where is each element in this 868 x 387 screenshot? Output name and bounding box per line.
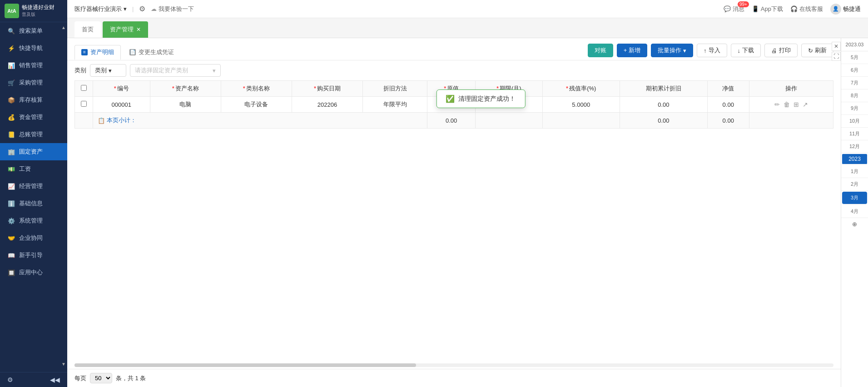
row-checkbox-cell [75, 97, 93, 113]
year-2023[interactable]: 2023 [842, 154, 867, 164]
user-menu[interactable]: 👤 畅捷通 [830, 4, 861, 15]
col-actions: 操作 [749, 81, 833, 97]
category-type-select[interactable]: 类别 ▾ [90, 64, 126, 77]
month-10[interactable]: 10月 [841, 115, 868, 128]
cell-id: 000001 [93, 97, 150, 113]
topbar-settings-icon[interactable]: ⚙ [139, 5, 145, 13]
settings-icon[interactable]: ⚙ [7, 376, 13, 383]
content-wrapper: ≡ 资产明细 📄 变更生成凭证 对账 + 新增 批量操作 ▾ [67, 38, 868, 387]
refresh-button[interactable]: ↻ 刷新 [801, 44, 833, 57]
collapse-icon[interactable]: ◀◀ [50, 376, 60, 383]
month-11[interactable]: 11月 [841, 128, 868, 140]
trial-area[interactable]: ☁ 我要体验一下 [151, 5, 194, 13]
download-button[interactable]: ↓ 下载 [731, 44, 761, 57]
subtab-asset-detail[interactable]: ≡ 资产明细 [74, 45, 121, 60]
funds-icon: 💰 [7, 113, 15, 121]
import-button[interactable]: ↑ 导入 [697, 44, 727, 57]
delete-icon[interactable]: 🗑 [784, 101, 790, 108]
download-btn-icon: ↓ [738, 47, 741, 54]
sidebar-logo: AtA 畅捷通好业财 普及版 [0, 0, 67, 22]
horizontal-scrollbar[interactable] [74, 363, 833, 367]
company-selector[interactable]: 医疗器械行业演示 ▾ [74, 5, 127, 13]
month-12[interactable]: 12月 [841, 140, 868, 153]
month-5[interactable]: 5月 [841, 51, 868, 64]
logo-icon: AtA [5, 4, 19, 18]
sidebar-item-info[interactable]: ℹ️ 基础信息 [0, 195, 67, 212]
tab-close-icon[interactable]: ✕ [136, 26, 141, 33]
month-7[interactable]: 7月 [841, 77, 868, 89]
sidebar: AtA 畅捷通好业财 普及版 ▲ 🔍 搜索菜单 ⚡ 快捷导航 📊 销售管理 🛒 … [0, 0, 67, 387]
panel-close-button[interactable]: ✕ [832, 42, 841, 51]
batch-button[interactable]: 批量操作 ▾ [651, 44, 693, 57]
batch-chevron-icon: ▾ [683, 47, 686, 54]
sidebar-item-business[interactable]: 📈 经营管理 [0, 178, 67, 195]
month-1[interactable]: 1月 [841, 165, 868, 178]
sidebar-item-salary[interactable]: 💵 工资 [0, 160, 67, 178]
new-button[interactable]: + 新增 [617, 44, 647, 57]
per-page-select[interactable]: 50 [90, 373, 112, 383]
toast-message: 清理固定资产成功！ [458, 95, 516, 103]
sidebar-item-search[interactable]: 🔍 搜索菜单 [0, 22, 67, 40]
inventory-icon: 📦 [7, 96, 15, 104]
subtab-change-voucher[interactable]: 📄 变更生成凭证 [123, 45, 181, 59]
toast-check-icon: ✅ [446, 94, 455, 103]
month-3-active[interactable]: 3月 [842, 192, 867, 204]
tab-home[interactable]: 首页 [74, 21, 101, 38]
category-value-select[interactable]: 请选择固定资产类别 ▾ [130, 64, 221, 77]
sidebar-item-inventory[interactable]: 📦 库存核算 [0, 91, 67, 109]
sidebar-item-purchase[interactable]: 🛒 采购管理 [0, 74, 67, 91]
service-icon: 🎧 [790, 5, 798, 12]
col-net-value: 净值 [707, 81, 749, 97]
nav-icon: ⚡ [7, 44, 15, 52]
bottombar: 每页 50 条，共 1 条 [67, 369, 841, 387]
panel-expand-icon[interactable]: ⊕ [851, 220, 859, 228]
tab-assets[interactable]: 资产管理 ✕ [103, 21, 148, 38]
col-initial-accumulated: 期初累计折旧 [620, 81, 707, 97]
scroll-thumb[interactable] [74, 363, 416, 367]
edit-icon[interactable]: ✏ [774, 101, 780, 108]
sidebar-item-funds[interactable]: 💰 资金管理 [0, 109, 67, 126]
sidebar-scroll-up[interactable]: ▲ [60, 25, 67, 30]
chevron-down-icon: ▾ [124, 5, 127, 12]
month-9[interactable]: 9月 [841, 102, 868, 115]
print-button[interactable]: 🖨 打印 [764, 44, 798, 57]
guide-icon: 📖 [7, 251, 15, 259]
select-all-checkbox[interactable] [81, 85, 87, 91]
month-4[interactable]: 4月 [841, 205, 868, 218]
subtab-bar: ≡ 资产明细 📄 变更生成凭证 对账 + 新增 批量操作 ▾ [67, 38, 841, 60]
month-2[interactable]: 2月 [841, 178, 868, 191]
sidebar-item-ledger[interactable]: 📒 总账管理 [0, 126, 67, 143]
panel-fullscreen-button[interactable]: ⛶ [832, 52, 841, 61]
right-panel-header: 2023.03 [841, 38, 868, 51]
topbar-right: 💬 消息 99+ 📱 App下载 🎧 在线客服 👤 畅捷通 [724, 4, 861, 15]
system-icon: ⚙️ [7, 217, 15, 225]
sidebar-item-collab[interactable]: 🤝 企业协同 [0, 229, 67, 247]
sidebar-item-nav[interactable]: ⚡ 快捷导航 [0, 40, 67, 57]
month-6[interactable]: 6月 [841, 64, 868, 77]
sidebar-item-system[interactable]: ⚙️ 系统管理 [0, 212, 67, 229]
sidebar-item-assets[interactable]: 🏢 固定资产 [0, 143, 67, 160]
message-icon: 💬 [724, 5, 731, 12]
sidebar-item-sales[interactable]: 📊 销售管理 [0, 57, 67, 74]
copy-icon[interactable]: ⊞ [794, 101, 799, 108]
app-download-button[interactable]: 📱 App下载 [752, 5, 783, 13]
online-service-button[interactable]: 🎧 在线客服 [790, 5, 823, 13]
sidebar-item-guide[interactable]: 📖 新手引导 [0, 247, 67, 264]
subtotal-original: 0.00 [427, 113, 475, 129]
reconcile-button[interactable]: 对账 [588, 44, 613, 57]
message-button[interactable]: 💬 消息 99+ [724, 5, 744, 13]
separator: | [132, 5, 134, 12]
purchase-icon: 🛒 [7, 79, 15, 87]
sidebar-scroll-down[interactable]: ▼ [60, 362, 67, 367]
right-panel: 2023.03 5月 6月 7月 8月 9月 10月 11月 12月 2023 … [841, 38, 868, 387]
subtotal-label-cell: 📋 本页小计： [93, 113, 427, 129]
search-icon: 🔍 [7, 27, 15, 35]
action-icons: ✏ 🗑 ⊞ ↗ [754, 101, 828, 108]
more-icon[interactable]: ↗ [803, 101, 808, 108]
month-8[interactable]: 8月 [841, 89, 868, 102]
row-checkbox[interactable] [81, 101, 87, 107]
sidebar-item-apps[interactable]: 🔲 应用中心 [0, 264, 67, 281]
change-voucher-icon: 📄 [129, 49, 136, 55]
success-toast: ✅ 清理固定资产成功！ [436, 89, 525, 108]
import-icon: ↑ [704, 47, 707, 54]
